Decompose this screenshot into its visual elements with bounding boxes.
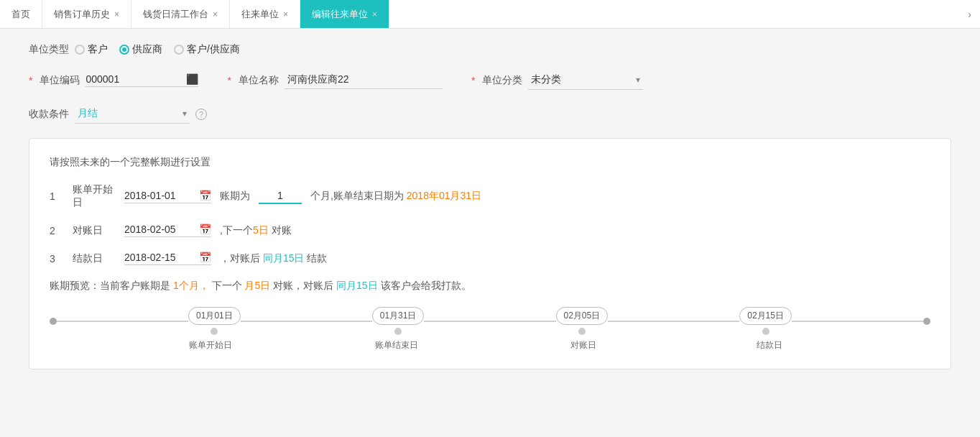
unit-code-input[interactable]	[85, 73, 186, 85]
payment-terms-value: 月结	[78, 107, 180, 120]
tab-edit-partner[interactable]: 编辑往来单位 ×	[300, 0, 389, 28]
period-num-3: 3	[50, 253, 64, 264]
payment-terms-label: 收款条件	[29, 108, 69, 121]
tab-home[interactable]: 首页	[0, 0, 42, 28]
timeline-segment-5	[792, 321, 923, 322]
tl-label-2: 账单结束日	[371, 339, 422, 351]
period-label-3: 结款日	[73, 252, 116, 265]
period-date-input-3[interactable]	[124, 252, 196, 263]
timeline-end-dot	[923, 318, 930, 325]
tab-home-label: 首页	[11, 8, 30, 21]
period-date-input-2[interactable]	[124, 224, 196, 235]
radio-both[interactable]: 客户/供应商	[174, 43, 240, 56]
preview-text: 账期预览：当前客户账期是 1个月， 下一个 月5日 对账，对账后 同月15日 该…	[50, 280, 930, 293]
settings-card: 请按照未来的一个完整帐期进行设置 1 账单开始日 📅 账期为 个月,账单结束日期…	[29, 138, 951, 369]
unit-code-field: * 单位编码 ⬛	[29, 73, 198, 87]
period-desc-after-1: 个月,账单结束日期为 2018年01月31日	[310, 190, 481, 203]
tab-cash-work-close[interactable]: ×	[213, 9, 218, 19]
unit-category-field: * 单位分类 未分类 ▾	[471, 70, 643, 90]
timeline-badge-3: 02月05日	[556, 307, 609, 325]
period-label-2: 对账日	[73, 224, 116, 237]
unit-code-copy-icon[interactable]: ⬛	[186, 73, 198, 85]
timeline-dot-3	[578, 328, 586, 335]
timeline-segment-1	[57, 321, 188, 322]
preview-highlight1: 1个月，	[173, 280, 209, 291]
unit-name-field: * 单位名称	[227, 71, 442, 89]
timeline-dot-2	[394, 328, 402, 335]
tab-edit-partner-label: 编辑往来单位	[312, 8, 368, 21]
timeline-node-2: 01月31日	[372, 307, 425, 335]
unit-name-label: 单位名称	[239, 74, 279, 87]
unit-category-label: 单位分类	[482, 74, 522, 87]
main-content: 单位类型 客户 供应商 客户/供应商 * 单位编码	[0, 29, 980, 437]
preview-prefix: 账期预览：当前客户账期是	[50, 280, 173, 291]
timeline-labels-row: 账单开始日 账单结束日 对账日 结款日	[50, 339, 930, 351]
period-date-input-1[interactable]	[124, 190, 196, 201]
period-row-3: 3 结款日 📅 ，对账后 同月15日 结款	[50, 252, 930, 265]
radio-both-circle	[174, 45, 184, 55]
tab-cash-work-label: 钱货日清工作台	[143, 8, 208, 21]
timeline-segment-3	[424, 321, 555, 322]
calendar-icon-3[interactable]: 📅	[199, 252, 211, 263]
end-date-highlight: 2018年01月31日	[407, 190, 481, 201]
payment-terms-help-icon[interactable]: ?	[195, 109, 207, 120]
period-desc-3: ，对账后 同月15日 结款	[220, 252, 327, 265]
preview-suffix: 该客户会给我打款。	[381, 280, 471, 291]
radio-customer[interactable]: 客户	[75, 43, 108, 56]
tab-bar: 首页 销售订单历史 × 钱货日清工作台 × 往来单位 × 编辑往来单位 × ›	[0, 0, 980, 29]
timeline-dot-1	[211, 328, 218, 335]
radio-supplier-circle	[119, 45, 129, 55]
timeline-badge-2: 01月31日	[372, 307, 425, 325]
unit-name-input[interactable]	[285, 71, 443, 89]
tab-edit-partner-close[interactable]: ×	[372, 9, 377, 19]
payment-terms-arrow-icon: ▾	[182, 109, 187, 119]
payment-terms-dropdown[interactable]: 月结 ▾	[75, 104, 190, 124]
unit-type-row: 单位类型 客户 供应商 客户/供应商	[29, 43, 951, 56]
tab-sales-history[interactable]: 销售订单历史 ×	[42, 0, 131, 28]
timeline-container: 01月01日 01月31日 02月05日 02月15日	[50, 307, 930, 335]
period-num-1: 1	[50, 190, 64, 202]
tab-cash-work[interactable]: 钱货日清工作台 ×	[131, 0, 230, 28]
period-row-1: 1 账单开始日 📅 账期为 个月,账单结束日期为 2018年01月31日	[50, 183, 930, 209]
calendar-icon-2[interactable]: 📅	[199, 224, 211, 235]
preview-mid1: 下一个	[212, 280, 242, 291]
tab-partner-close[interactable]: ×	[283, 9, 288, 19]
radio-supplier-label: 供应商	[132, 43, 162, 56]
timeline-dot-4	[762, 328, 769, 335]
radio-supplier[interactable]: 供应商	[119, 43, 162, 56]
unit-type-field: 单位类型 客户 供应商 客户/供应商	[29, 43, 240, 56]
unit-name-star: *	[227, 75, 231, 86]
period-date-3: 📅	[124, 252, 211, 265]
unit-category-value: 未分类	[531, 73, 633, 86]
period-desc-before-1: 账期为	[220, 190, 250, 203]
payment-terms-field: 收款条件 月结 ▾ ?	[29, 104, 207, 124]
timeline-segment-2	[241, 321, 372, 322]
preview-highlight3: 同月15日	[336, 280, 378, 291]
card-subtitle: 请按照未来的一个完整帐期进行设置	[50, 156, 930, 169]
timeline-segment-4	[608, 321, 739, 322]
unit-type-radio-group: 客户 供应商 客户/供应商	[75, 43, 240, 56]
tab-more-arrow[interactable]: ›	[959, 0, 980, 28]
tl-label-1: 账单开始日	[185, 339, 236, 351]
radio-both-label: 客户/供应商	[187, 43, 240, 56]
calendar-icon-1[interactable]: 📅	[199, 190, 211, 201]
unit-code-star: *	[29, 75, 32, 86]
period-date-2: 📅	[124, 224, 211, 237]
highlight-day-2: 5日	[253, 224, 269, 236]
period-label-1: 账单开始日	[73, 183, 116, 209]
timeline-node-4: 02月15日	[739, 307, 792, 335]
tab-sales-history-close[interactable]: ×	[114, 9, 119, 19]
months-input[interactable]	[259, 188, 302, 204]
tab-partner[interactable]: 往来单位 ×	[230, 0, 300, 28]
unit-code-input-wrapper: ⬛	[85, 73, 198, 87]
unit-category-dropdown[interactable]: 未分类 ▾	[528, 70, 643, 90]
period-date-1: 📅	[124, 190, 211, 203]
period-num-2: 2	[50, 225, 64, 236]
payment-terms-row: 收款条件 月结 ▾ ?	[29, 104, 951, 124]
tab-partner-label: 往来单位	[241, 8, 279, 21]
timeline-node-3: 02月05日	[556, 307, 609, 335]
period-row-2: 2 对账日 📅 ,下一个5日 对账	[50, 224, 930, 237]
unit-code-label: 单位编码	[40, 74, 80, 87]
preview-highlight2: 月5日	[244, 280, 270, 291]
preview-mid2: 对账，对账后	[273, 280, 336, 291]
